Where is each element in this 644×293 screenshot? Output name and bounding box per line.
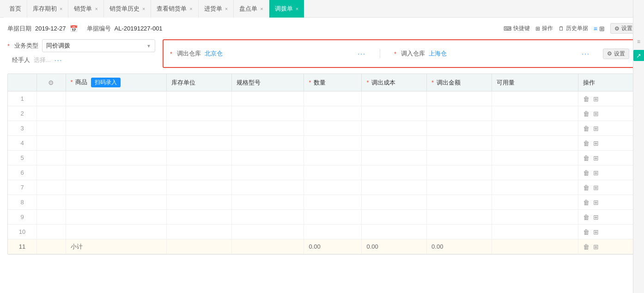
copy-icon-3[interactable]: ⊞ xyxy=(593,125,599,132)
row-qty-4[interactable] xyxy=(304,136,362,151)
warehouse-out-value[interactable]: 北京仓 xyxy=(205,49,223,58)
row-amount-5[interactable] xyxy=(427,151,492,165)
row-amount-3[interactable] xyxy=(427,121,492,136)
row-cost-7[interactable] xyxy=(362,180,427,195)
tab-inventory-close[interactable]: × xyxy=(260,6,263,12)
row-qty-7[interactable] xyxy=(304,180,362,195)
tab-purchase-close[interactable]: × xyxy=(225,6,228,12)
sidebar-list-icon[interactable]: ≡ xyxy=(634,37,644,46)
row-amount-1[interactable] xyxy=(427,92,492,106)
row-qty-8[interactable] xyxy=(304,195,362,210)
copy-icon-10[interactable]: ⊞ xyxy=(593,228,599,236)
row-cost-2[interactable] xyxy=(362,106,427,121)
tab-sales-history-close[interactable]: × xyxy=(142,6,145,12)
tab-view-sales-close[interactable]: × xyxy=(189,6,192,12)
date-value[interactable]: 2019-12-27 xyxy=(35,25,66,32)
row-amount-7[interactable] xyxy=(427,180,492,195)
row-product-10[interactable] xyxy=(66,225,167,239)
row-qty-1[interactable] xyxy=(304,92,362,106)
tab-stock-init-close[interactable]: × xyxy=(60,6,62,12)
row-unit-2[interactable] xyxy=(167,106,232,121)
row-spec-5[interactable] xyxy=(232,151,304,165)
tab-sales-order[interactable]: 销货单 × xyxy=(68,0,103,18)
row-spec-3[interactable] xyxy=(232,121,304,136)
row-spec-2[interactable] xyxy=(232,106,304,121)
row-product-3[interactable] xyxy=(66,121,167,136)
person-input[interactable]: 选择... xyxy=(34,56,51,64)
row-product-6[interactable] xyxy=(66,165,167,180)
row-cost-1[interactable] xyxy=(362,92,427,106)
row-unit-7[interactable] xyxy=(167,180,232,195)
row-cost-4[interactable] xyxy=(362,136,427,151)
row-qty-3[interactable] xyxy=(304,121,362,136)
copy-icon-6[interactable]: ⊞ xyxy=(593,169,599,177)
row-product-2[interactable] xyxy=(66,106,167,121)
operations-action[interactable]: ⊞ 操作 xyxy=(535,24,553,32)
tab-sales-order-close[interactable]: × xyxy=(95,6,97,12)
row-product-7[interactable] xyxy=(66,180,167,195)
row-amount-4[interactable] xyxy=(427,136,492,151)
row-product-1[interactable] xyxy=(66,92,167,106)
row-product-5[interactable] xyxy=(66,151,167,165)
sidebar-expand-icon[interactable]: ↗ xyxy=(633,50,644,61)
table-settings-icon[interactable]: ⚙ xyxy=(48,79,54,86)
row-amount-6[interactable] xyxy=(427,165,492,180)
delete-icon-1[interactable]: 🗑 xyxy=(583,95,589,103)
row-cost-3[interactable] xyxy=(362,121,427,136)
tab-home[interactable]: 首页 xyxy=(4,0,27,18)
row-amount-8[interactable] xyxy=(427,195,492,210)
tab-sales-history[interactable]: 销货单历史 × xyxy=(104,0,151,18)
tab-inventory[interactable]: 盘点单 × xyxy=(234,0,269,18)
row-qty-5[interactable] xyxy=(304,151,362,165)
scan-button[interactable]: 扫码录入 xyxy=(91,78,121,87)
list-view-icon[interactable]: ≡ xyxy=(594,25,597,32)
delete-icon-11[interactable]: 🗑 xyxy=(583,243,589,250)
row-unit-10[interactable] xyxy=(167,225,232,239)
row-unit-1[interactable] xyxy=(167,92,232,106)
tab-stock-init[interactable]: 库存期初 × xyxy=(27,0,68,18)
tab-transfer[interactable]: 调拨单 × xyxy=(269,0,304,18)
row-cost-8[interactable] xyxy=(362,195,427,210)
row-cost-10[interactable] xyxy=(362,225,427,239)
history-action[interactable]: 🗒 历史单据 xyxy=(559,24,588,32)
row-spec-10[interactable] xyxy=(232,225,304,239)
copy-icon-8[interactable]: ⊞ xyxy=(593,199,599,206)
copy-icon-11[interactable]: ⊞ xyxy=(593,243,599,250)
calendar-icon[interactable]: 📅 xyxy=(70,25,78,32)
row-qty-6[interactable] xyxy=(304,165,362,180)
row-spec-6[interactable] xyxy=(232,165,304,180)
row-unit-3[interactable] xyxy=(167,121,232,136)
row-spec-8[interactable] xyxy=(232,195,304,210)
delete-icon-8[interactable]: 🗑 xyxy=(583,199,589,206)
tab-transfer-close[interactable]: × xyxy=(296,6,298,12)
row-product-9[interactable] xyxy=(66,210,167,225)
row-unit-6[interactable] xyxy=(167,165,232,180)
row-unit-5[interactable] xyxy=(167,151,232,165)
business-type-input[interactable]: 同价调拨 ▼ xyxy=(42,39,155,52)
shortcuts-action[interactable]: ⌨ 快捷键 xyxy=(504,24,530,32)
delete-icon-2[interactable]: 🗑 xyxy=(583,110,589,117)
row-product-4[interactable] xyxy=(66,136,167,151)
warehouse-out-more-btn[interactable]: ··· xyxy=(358,50,366,57)
row-amount-9[interactable] xyxy=(427,210,492,225)
row-unit-4[interactable] xyxy=(167,136,232,151)
copy-icon-5[interactable]: ⊞ xyxy=(593,154,599,162)
row-spec-4[interactable] xyxy=(232,136,304,151)
delete-icon-10[interactable]: 🗑 xyxy=(583,228,589,236)
row-spec-1[interactable] xyxy=(232,92,304,106)
tab-view-sales[interactable]: 查看销货单 × xyxy=(151,0,198,18)
row-cost-6[interactable] xyxy=(362,165,427,180)
tab-purchase[interactable]: 进货单 × xyxy=(199,0,234,18)
grid-view-icon[interactable]: ⊞ xyxy=(599,25,605,32)
row-qty-10[interactable] xyxy=(304,225,362,239)
row-qty-2[interactable] xyxy=(304,106,362,121)
copy-icon-4[interactable]: ⊞ xyxy=(593,140,599,147)
row-spec-9[interactable] xyxy=(232,210,304,225)
delete-icon-6[interactable]: 🗑 xyxy=(583,169,589,177)
warehouse-settings-button[interactable]: ⚙ 设置 xyxy=(603,49,629,59)
delete-icon-7[interactable]: 🗑 xyxy=(583,184,589,191)
row-cost-9[interactable] xyxy=(362,210,427,225)
copy-icon-7[interactable]: ⊞ xyxy=(593,184,599,191)
row-unit-8[interactable] xyxy=(167,195,232,210)
row-amount-2[interactable] xyxy=(427,106,492,121)
